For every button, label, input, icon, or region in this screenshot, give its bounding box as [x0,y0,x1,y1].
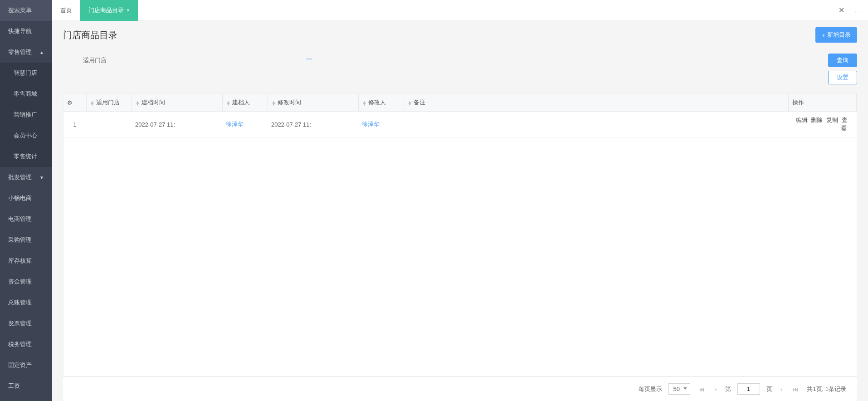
op-1[interactable]: 删除 [811,117,823,123]
plus-icon: + [822,32,825,39]
first-page-icon[interactable]: ⏮ [697,385,707,394]
cell-modify-time: 2022-07-27 11: [268,112,358,137]
sidebar-item-label: 零售管理 [8,48,32,56]
filter-row: 适用门店 ⋯ 查询 设置 [52,49,868,93]
sidebar-item-label: 发票管理 [8,319,32,328]
cell-ops: 编辑 删除 复制 查看 [789,112,857,137]
sidebar-item-label: 零售商城 [14,90,37,98]
page-title: 门店商品目录 [63,29,117,41]
sidebar-item-label: 资金管理 [8,278,32,286]
op-3[interactable]: 查看 [841,117,848,132]
cell-index: 1 [63,112,86,137]
tab-0[interactable]: 首页 [52,0,80,21]
col-creator[interactable]: ▲▼建档人 [222,94,268,112]
sidebar-item-6[interactable]: 会员中心 [0,125,52,146]
col-modifier[interactable]: ▲▼修改人 [358,94,404,112]
sidebar-item-17[interactable]: 固定资产 [0,355,52,376]
sidebar-item-label: 小畅电商 [8,194,32,202]
sidebar-item-1[interactable]: 快捷导航 [0,21,52,42]
pager-summary: 共1页, 1条记录 [807,385,846,393]
sidebar-item-label: 搜索菜单 [8,6,32,15]
sidebar-item-label: 总账管理 [8,298,32,307]
page-header: 门店商品目录 + 新增目录 [52,21,868,49]
cell-creator: 徐泽华 [222,112,268,137]
setting-button[interactable]: 设置 [828,71,857,84]
sidebar-item-label: 零售统计 [14,152,37,161]
sidebar-item-label: 智慧门店 [14,69,37,77]
data-table: ⚙ ▲▼适用门店 ▲▼建档时间 ▲▼建档人 ▲▼修改时间 ▲▼修改人 ▲▼备注 … [63,94,857,137]
table-container: ⚙ ▲▼适用门店 ▲▼建档时间 ▲▼建档人 ▲▼修改时间 ▲▼修改人 ▲▼备注 … [63,93,857,377]
cell-modifier: 徐泽华 [358,112,404,137]
query-button[interactable]: 查询 [828,54,857,67]
column-settings[interactable]: ⚙ [63,94,86,112]
sidebar-item-18[interactable]: 工资 [0,376,52,396]
sidebar-item-label: 电商管理 [8,215,32,223]
sidebar-item-15[interactable]: 发票管理 [0,313,52,334]
next-page-icon[interactable]: › [779,385,785,394]
op-0[interactable]: 编辑 [796,117,808,123]
sidebar: 搜索菜单快捷导航零售管理▲智慧门店零售商城营销推广会员中心零售统计批发管理▼小畅… [0,0,52,401]
sidebar-item-label: 营销推广 [14,111,37,119]
col-store[interactable]: ▲▼适用门店 [86,94,132,112]
sidebar-item-label: 批发管理 [8,173,32,181]
sidebar-item-label: 快捷导航 [8,27,32,35]
op-2[interactable]: 复制 [826,117,838,123]
sidebar-item-14[interactable]: 总账管理 [0,292,52,313]
sidebar-item-3[interactable]: 智慧门店 [0,63,52,83]
sidebar-item-5[interactable]: 营销推广 [0,104,52,125]
per-page-select[interactable]: 50 [668,383,690,395]
sidebar-item-2[interactable]: 零售管理▲ [0,42,52,63]
tab-bar: 首页门店商品目录× ✕ ⛶ [52,0,868,21]
add-button-label: 新增目录 [827,31,851,39]
sidebar-item-label: 采购管理 [8,236,32,244]
sidebar-item-12[interactable]: 库存核算 [0,250,52,271]
col-ops: 操作 [789,94,857,112]
gear-icon: ⚙ [67,99,73,106]
close-icon[interactable]: ✕ [837,4,846,16]
sidebar-item-0[interactable]: 搜索菜单 [0,0,52,21]
main-area: 首页门店商品目录× ✕ ⛶ 门店商品目录 + 新增目录 适用门店 ⋯ 查询 设置 [52,0,868,401]
sidebar-item-label: 会员中心 [14,132,37,140]
sidebar-item-7[interactable]: 零售统计 [0,146,52,167]
cell-modifier-link[interactable]: 徐泽华 [362,121,380,127]
sidebar-footer: ⚙ [0,396,52,401]
tab-1[interactable]: 门店商品目录× [80,0,138,21]
sidebar-item-16[interactable]: 税务管理 [0,334,52,355]
col-remark[interactable]: ▲▼备注 [404,94,789,112]
sidebar-item-10[interactable]: 电商管理 [0,209,52,230]
tab-label: 门店商品目录 [88,6,124,15]
last-page-icon[interactable]: ⏭ [790,385,800,394]
more-icon[interactable]: ⋯ [306,55,312,62]
per-page-label: 每页显示 [639,385,662,393]
table-row: 12022-07-27 11:徐泽华2022-07-27 11:徐泽华编辑 删除… [63,112,857,137]
sidebar-item-label: 库存核算 [8,257,32,265]
cell-creator-link[interactable]: 徐泽华 [226,121,244,127]
pagination: 每页显示 50 ⏮ ‹ 第 页 › ⏭ 共1页, 1条记录 [63,377,857,401]
tab-label: 首页 [60,6,72,15]
sidebar-item-label: 税务管理 [8,340,32,348]
cell-remark [404,112,789,137]
sidebar-item-13[interactable]: 资金管理 [0,271,52,292]
filter-label: 适用门店 [79,54,107,64]
store-filter-input[interactable] [116,54,315,66]
chevron-down-icon: ▼ [39,175,44,180]
page-prefix: 第 [725,385,731,393]
sidebar-item-8[interactable]: 批发管理▼ [0,167,52,188]
fullscreen-icon[interactable]: ⛶ [853,5,863,16]
sidebar-item-9[interactable]: 小畅电商 [0,188,52,209]
sidebar-item-label: 固定资产 [8,361,32,369]
page-suffix: 页 [766,385,772,393]
col-modify-time[interactable]: ▲▼修改时间 [268,94,358,112]
sidebar-item-4[interactable]: 零售商城 [0,83,52,104]
page-input[interactable] [737,383,760,395]
sidebar-item-11[interactable]: 采购管理 [0,230,52,250]
tab-close-icon[interactable]: × [127,7,130,14]
col-create-time[interactable]: ▲▼建档时间 [132,94,222,112]
cell-create-time: 2022-07-27 11: [132,112,222,137]
chevron-up-icon: ▲ [39,50,44,55]
prev-page-icon[interactable]: ‹ [713,385,719,394]
add-catalog-button[interactable]: + 新增目录 [815,27,857,43]
sidebar-item-label: 工资 [8,382,20,390]
cell-store [86,112,132,137]
